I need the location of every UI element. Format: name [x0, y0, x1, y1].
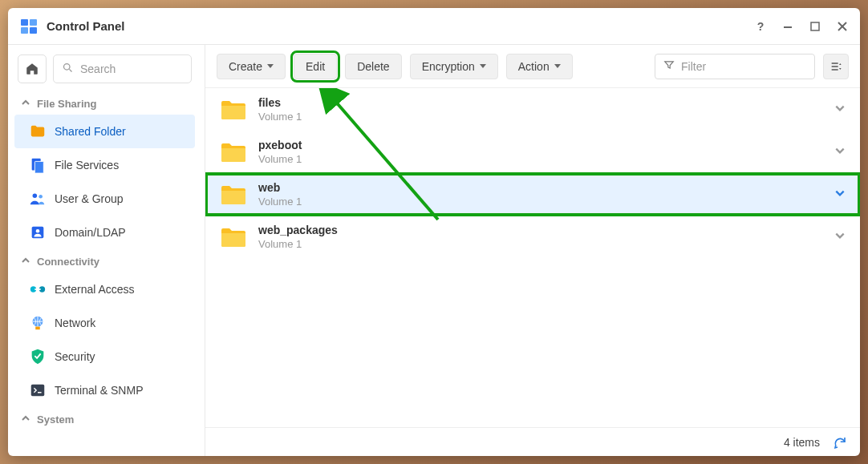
folder-volume: Volume 1 — [258, 111, 823, 123]
sidebar-item-label: Shared Folder — [55, 125, 184, 138]
chevron-up-icon — [21, 256, 30, 268]
folder-name: web_packages — [258, 224, 823, 236]
search-input[interactable] — [80, 63, 183, 75]
chevron-up-icon — [21, 414, 30, 426]
svg-rect-20 — [35, 327, 40, 330]
svg-point-13 — [33, 194, 38, 199]
close-button[interactable] — [836, 20, 849, 33]
sidebar-item-user-group[interactable]: User & Group — [14, 182, 195, 216]
sidebar-item-label: User & Group — [55, 192, 184, 205]
svg-rect-3 — [30, 27, 37, 34]
sidebar-section-file-sharing[interactable]: File Sharing — [8, 91, 201, 115]
svg-rect-1 — [30, 19, 37, 26]
folder-icon — [220, 184, 247, 206]
domain-ldap-icon — [29, 224, 47, 241]
refresh-button[interactable] — [833, 435, 847, 450]
folder-list: files Volume 1 pxeboot Volume 1 — [205, 88, 860, 427]
button-label: Action — [518, 60, 550, 73]
folder-name: pxeboot — [258, 139, 823, 151]
svg-rect-0 — [21, 19, 28, 26]
folder-row[interactable]: files Volume 1 — [205, 88, 860, 131]
sidebar-item-label: Domain/LDAP — [55, 226, 184, 239]
sidebar-item-security[interactable]: Security — [14, 340, 195, 373]
folder-volume: Volume 1 — [258, 196, 823, 208]
create-button[interactable]: Create — [217, 54, 286, 79]
app-icon — [19, 17, 39, 36]
encryption-button[interactable]: Encryption — [410, 54, 498, 79]
external-access-icon — [29, 280, 47, 298]
sidebar-item-domain-ldap[interactable]: Domain/LDAP — [14, 216, 195, 249]
help-button[interactable]: ? — [754, 20, 767, 33]
folder-volume: Volume 1 — [258, 153, 823, 165]
chevron-down-icon — [480, 64, 486, 68]
statusbar: 4 items — [205, 427, 860, 456]
sidebar-item-terminal-snmp[interactable]: Terminal & SNMP — [14, 373, 195, 407]
folder-icon — [220, 226, 247, 248]
svg-line-10 — [69, 69, 71, 71]
folder-icon — [220, 141, 247, 163]
search-icon — [62, 62, 74, 77]
sidebar-item-label: Network — [55, 317, 184, 329]
filter-input[interactable] — [681, 60, 806, 73]
filter-icon — [663, 59, 675, 74]
filter-box[interactable] — [655, 54, 815, 79]
maximize-button[interactable] — [809, 20, 821, 33]
button-label: Delete — [357, 60, 389, 73]
chevron-down-icon — [267, 64, 274, 68]
button-label: Edit — [306, 60, 325, 73]
titlebar: Control Panel ? — [8, 8, 860, 45]
shield-icon — [29, 348, 47, 365]
control-panel-window: Control Panel ? File Sharing — [8, 8, 860, 456]
sidebar-item-file-services[interactable]: File Services — [14, 148, 195, 182]
chevron-down-icon[interactable] — [834, 188, 846, 202]
folder-name: files — [258, 96, 823, 109]
action-button[interactable]: Action — [506, 54, 573, 79]
edit-button[interactable]: Edit — [294, 54, 337, 79]
shared-folder-icon — [29, 123, 47, 140]
folder-volume: Volume 1 — [258, 238, 823, 250]
svg-rect-6 — [811, 22, 819, 30]
svg-rect-2 — [21, 27, 28, 34]
window-controls: ? — [754, 20, 849, 33]
folder-name: web — [258, 181, 823, 194]
sidebar-item-label: Security — [55, 350, 184, 363]
folder-row[interactable]: web_packages Volume 1 — [205, 216, 860, 258]
chevron-down-icon — [554, 64, 561, 68]
sidebar-section-system[interactable]: System — [8, 407, 201, 430]
sidebar-item-label: External Access — [55, 283, 184, 296]
item-count: 4 items — [784, 436, 820, 449]
list-settings-button[interactable] — [823, 54, 849, 79]
sidebar-item-label: Terminal & SNMP — [55, 384, 184, 397]
svg-rect-21 — [31, 385, 45, 397]
sidebar-item-external-access[interactable]: External Access — [14, 272, 195, 306]
search-box[interactable] — [53, 54, 192, 83]
folder-row[interactable]: web Volume 1 — [205, 173, 860, 216]
chevron-down-icon[interactable] — [834, 145, 846, 159]
delete-button[interactable]: Delete — [345, 54, 401, 79]
toolbar: Create Edit Delete Encryption Action — [205, 45, 860, 88]
button-label: Encryption — [422, 60, 475, 73]
sidebar: File Sharing Shared Folder File Services… — [8, 45, 205, 456]
file-services-icon — [29, 156, 47, 174]
svg-point-14 — [39, 195, 43, 199]
chevron-down-icon[interactable] — [834, 103, 846, 117]
sidebar-item-shared-folder[interactable]: Shared Folder — [14, 115, 195, 148]
chevron-up-icon — [21, 98, 30, 110]
sidebar-item-label: File Services — [55, 159, 184, 171]
chevron-down-icon[interactable] — [834, 230, 846, 244]
svg-point-16 — [36, 229, 40, 233]
button-label: Create — [229, 60, 262, 73]
section-label: Connectivity — [37, 256, 99, 268]
sidebar-section-connectivity[interactable]: Connectivity — [8, 249, 201, 272]
minimize-button[interactable] — [781, 20, 794, 33]
folder-row[interactable]: pxeboot Volume 1 — [205, 131, 860, 173]
main-panel: Create Edit Delete Encryption Action — [205, 45, 860, 456]
svg-rect-12 — [34, 161, 43, 173]
sidebar-item-network[interactable]: Network — [14, 306, 195, 340]
svg-point-9 — [64, 63, 71, 70]
user-group-icon — [29, 190, 47, 208]
network-icon — [29, 314, 47, 332]
home-button[interactable] — [18, 54, 47, 83]
svg-text:?: ? — [757, 20, 765, 33]
folder-icon — [220, 99, 247, 121]
